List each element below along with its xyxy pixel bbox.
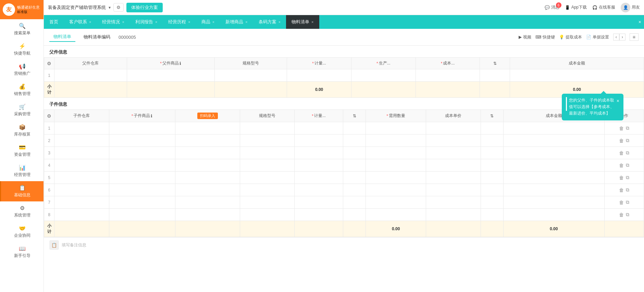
parent-spec-cell[interactable] (214, 69, 287, 82)
footer-icon[interactable]: 📋 (49, 240, 59, 250)
delete-btn-8[interactable]: 🗑 (619, 212, 624, 218)
parent-produce-cell[interactable] (351, 69, 416, 82)
sidebar-item-search[interactable]: 🔍 搜索菜单 (0, 19, 44, 39)
child-spec-cell-4[interactable] (240, 159, 295, 172)
tab-profit-close[interactable]: × (155, 20, 157, 24)
tab-newgoods-close[interactable]: × (245, 20, 247, 24)
parent-unit-cell[interactable] (287, 69, 351, 82)
child-product-cell-4[interactable] (109, 159, 175, 172)
tab-barcode[interactable]: 条码方案 × (253, 15, 286, 29)
parent-warehouse-cell[interactable] (54, 69, 127, 82)
child-qty-cell-6[interactable] (366, 184, 426, 196)
close-all-tabs-button[interactable]: × (636, 19, 644, 25)
child-unitcost-cell-8[interactable] (426, 209, 481, 221)
user-action[interactable]: 👤 用友 (621, 3, 640, 12)
child-warehouse-cell-4[interactable] (54, 159, 109, 172)
tab-newgoods[interactable]: 新增商品 × (220, 15, 253, 29)
tab-operations[interactable]: 经营情况 × (97, 15, 129, 29)
child-warehouse-cell-8[interactable] (54, 209, 109, 221)
child-qty-cell-8[interactable] (366, 209, 426, 221)
child-unit-cell-4[interactable] (295, 159, 343, 172)
child-unitcost-cell-4[interactable] (426, 159, 481, 172)
tab-ops-close[interactable]: × (122, 20, 124, 24)
parent-product-cell[interactable] (127, 69, 214, 82)
sidebar-item-basicinfo[interactable]: 📋 基础信息 (0, 181, 44, 201)
child-product-cell-8[interactable] (109, 209, 175, 221)
child-spec-cell-6[interactable] (240, 184, 295, 196)
child-product-cell-7[interactable] (109, 196, 175, 209)
copy-btn-3[interactable]: ⧉ (626, 150, 629, 156)
tooltip-close-btn[interactable]: × (617, 97, 619, 105)
copy-btn-8[interactable]: ⧉ (626, 212, 629, 218)
sidebar-item-quicknav[interactable]: ⚡ 快捷导航 (0, 39, 44, 60)
child-qty-cell-7[interactable] (366, 196, 426, 209)
child-unit-cell-5[interactable] (295, 172, 343, 184)
tab-customer-close[interactable]: × (89, 20, 91, 24)
delete-btn-7[interactable]: 🗑 (619, 200, 624, 205)
delete-btn-6[interactable]: 🗑 (619, 187, 624, 193)
child-unit-cell-2[interactable] (295, 135, 343, 147)
copy-btn-2[interactable]: ⧉ (626, 138, 629, 143)
tab-history-close[interactable]: × (188, 20, 190, 24)
tab-goods-close[interactable]: × (212, 20, 214, 24)
delete-btn-2[interactable]: 🗑 (619, 138, 624, 143)
child-spec-cell-5[interactable] (240, 172, 295, 184)
copy-btn-7[interactable]: ⧉ (626, 199, 629, 205)
tab-goods[interactable]: 商品 × (196, 15, 220, 29)
child-qty-cell-1[interactable] (366, 122, 426, 135)
menu-btn[interactable]: ≡ (630, 33, 639, 41)
delete-btn-4[interactable]: 🗑 (619, 163, 624, 168)
shortcut-action[interactable]: ⌨ 快捷键 (535, 34, 555, 40)
child-unit-cell-8[interactable] (295, 209, 343, 221)
sidebar-item-guide[interactable]: 📖 新手引导 (0, 242, 44, 262)
tab-bom[interactable]: 物料清单 × (286, 15, 319, 29)
settings-action[interactable]: 📄 单据设置 (586, 34, 609, 40)
child-unitcost-cell-3[interactable] (426, 147, 481, 159)
child-product-cell-1[interactable] (109, 122, 175, 135)
child-unitcost-cell-7[interactable] (426, 196, 481, 209)
tab-profit[interactable]: 利润报告 × (130, 15, 163, 29)
child-unit-cell-7[interactable] (295, 196, 343, 209)
tab-barcode-close[interactable]: × (278, 20, 281, 24)
child-unit-cell-3[interactable] (295, 147, 343, 159)
child-spec-cell-8[interactable] (240, 209, 295, 221)
child-warehouse-cell-6[interactable] (54, 184, 109, 196)
tab-customer[interactable]: 客户联系 × (64, 15, 97, 29)
view-action[interactable]: ▶ 视频 (519, 34, 531, 40)
tab-bom-close[interactable]: × (311, 20, 313, 24)
next-btn[interactable]: › (619, 34, 626, 40)
sidebar-item-inventory[interactable]: 📦 库存核算 (0, 120, 44, 141)
child-warehouse-cell-5[interactable] (54, 172, 109, 184)
tab-history[interactable]: 经营历程 × (163, 15, 196, 29)
child-qty-cell-2[interactable] (366, 135, 426, 147)
child-spec-cell-7[interactable] (240, 196, 295, 209)
copy-btn-5[interactable]: ⧉ (626, 175, 629, 180)
delete-btn-5[interactable]: 🗑 (619, 175, 624, 180)
child-product-cell-6[interactable] (109, 184, 175, 196)
child-unitcost-cell-1[interactable] (426, 122, 481, 135)
sidebar-item-system[interactable]: ⚙ 系统管理 (0, 201, 44, 222)
child-warehouse-cell-1[interactable] (54, 122, 109, 135)
scan-button[interactable]: 扫码录入 (197, 113, 218, 119)
sidebar-item-marketing[interactable]: 📢 营销推广 (0, 60, 44, 80)
child-spec-cell-3[interactable] (240, 147, 295, 159)
child-qty-cell-4[interactable] (366, 159, 426, 172)
child-unit-cell-1[interactable] (295, 122, 343, 135)
child-spec-cell-2[interactable] (240, 135, 295, 147)
breadcrumb-tab1[interactable]: 物料清单 (49, 32, 75, 42)
child-product-cell-3[interactable] (109, 147, 175, 159)
sidebar-item-enterprise[interactable]: 🤝 企业协同 (0, 222, 44, 242)
child-qty-cell-5[interactable] (366, 172, 426, 184)
prev-btn[interactable]: ‹ (613, 34, 619, 40)
delete-btn-3[interactable]: 🗑 (619, 150, 624, 156)
copy-btn-1[interactable]: ⧉ (626, 125, 629, 131)
app-download-action[interactable]: 📱 App下载 (565, 4, 587, 10)
message-action[interactable]: 💬 消息 6 (545, 4, 559, 10)
sidebar-item-finance[interactable]: 💳 资金管理 (0, 141, 44, 161)
tab-home[interactable]: 首页 (44, 15, 64, 29)
child-warehouse-cell-2[interactable] (54, 135, 109, 147)
sidebar-item-purchase[interactable]: 🛒 采购管理 (0, 100, 44, 120)
child-warehouse-cell-7[interactable] (54, 196, 109, 209)
parent-cost-cell[interactable] (416, 69, 480, 82)
cost-action[interactable]: 💡 提取成本 (559, 34, 582, 40)
